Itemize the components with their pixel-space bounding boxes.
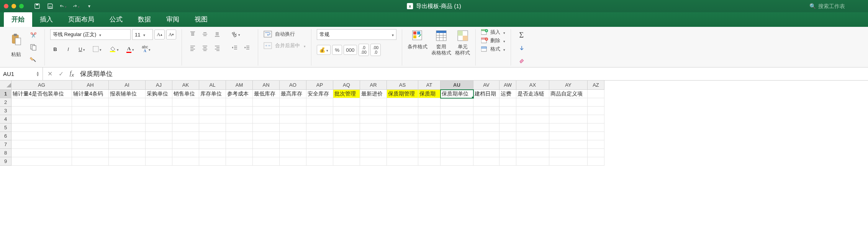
cell-AI1[interactable]: 报表辅单位 [109,90,146,98]
confirm-formula-button[interactable]: ✓ [59,70,64,77]
cell-AH4[interactable] [72,115,109,123]
cell-AO9[interactable] [280,157,306,166]
increase-indent-button[interactable] [242,43,252,53]
cell-AO2[interactable] [280,98,306,107]
cell-AX6[interactable] [516,132,549,140]
cell-AT6[interactable] [418,132,441,140]
cell-AJ3[interactable] [146,107,172,115]
cell-AY7[interactable] [549,140,588,149]
cell-AI4[interactable] [109,115,146,123]
column-header-AL[interactable]: AL [199,81,226,90]
fx-icon[interactable]: fx [70,70,74,78]
cell-AU2[interactable] [441,98,473,107]
cell-AN7[interactable] [253,140,280,149]
cell-AJ2[interactable] [146,98,172,107]
cell-AT7[interactable] [418,140,441,149]
comma-button[interactable]: 000 [344,45,357,55]
cell-AI8[interactable] [109,149,146,157]
row-header-8[interactable]: 8 [0,149,11,157]
cell-AU8[interactable] [441,149,473,157]
cancel-formula-button[interactable]: ✕ [47,70,52,77]
cell-AR7[interactable] [360,140,387,149]
cell-AX8[interactable] [516,149,549,157]
cell-AS2[interactable] [387,98,418,107]
cell-AW7[interactable] [500,140,516,149]
cell-AI9[interactable] [109,157,146,166]
cell-AX3[interactable] [516,107,549,115]
orientation-button[interactable]: ab [229,29,242,39]
cell-AL5[interactable] [199,123,226,132]
cell-AY3[interactable] [549,107,588,115]
cell-AO3[interactable] [280,107,306,115]
cell-AP3[interactable] [306,107,333,115]
cell-AG2[interactable] [11,98,72,107]
cell-AJ4[interactable] [146,115,172,123]
cell-AT4[interactable] [418,115,441,123]
cell-AQ5[interactable] [333,123,360,132]
fill-button[interactable] [516,43,527,53]
cell-AG7[interactable] [11,140,72,149]
increase-decimal-button[interactable]: .0.00 [359,44,369,56]
cell-AJ5[interactable] [146,123,172,132]
cell-AJ6[interactable] [146,132,172,140]
cell-AV4[interactable] [473,115,500,123]
paste-button[interactable] [8,29,24,50]
font-size-select[interactable]: 11 [132,29,153,40]
cell-AK8[interactable] [172,149,199,157]
cell-AO4[interactable] [280,115,306,123]
merge-center-button[interactable]: 合并后居中 [264,42,306,49]
cell-AK7[interactable] [172,140,199,149]
cell-AR1[interactable]: 最新进价 [360,90,387,98]
column-header-AU[interactable]: AU [441,81,473,90]
cell-AH1[interactable]: 辅计量4条码 [72,90,109,98]
align-middle-button[interactable] [200,29,210,39]
cell-AQ7[interactable] [333,140,360,149]
cell-AY5[interactable] [549,123,588,132]
cell-AN5[interactable] [253,123,280,132]
cell-AX2[interactable] [516,98,549,107]
cell-AV3[interactable] [473,107,500,115]
cell-AT8[interactable] [418,149,441,157]
cell-AM2[interactable] [226,98,253,107]
align-top-button[interactable] [187,29,198,39]
cell-AN3[interactable] [253,107,280,115]
cell-AV8[interactable] [473,149,500,157]
cell-AZ4[interactable] [588,115,604,123]
cell-AL1[interactable]: 库存单位 [199,90,226,98]
cell-AR9[interactable] [360,157,387,166]
cell-AT5[interactable] [418,123,441,132]
cell-AQ4[interactable] [333,115,360,123]
cell-AN9[interactable] [253,157,280,166]
align-right-button[interactable] [212,43,223,53]
spreadsheet-grid[interactable]: AGAHAIAJAKALAMANAOAPAQARASATAUAVAWAXAYAZ… [0,81,868,166]
tab-data[interactable]: 数据 [130,12,159,27]
copy-button[interactable] [28,42,39,52]
cell-AM6[interactable] [226,132,253,140]
cell-AW3[interactable] [500,107,516,115]
cell-AZ9[interactable] [588,157,604,166]
formula-bar-value[interactable]: 保质期单位 [80,69,113,78]
cell-AV2[interactable] [473,98,500,107]
cell-AH5[interactable] [72,123,109,132]
cell-AU4[interactable] [441,115,473,123]
row-header-9[interactable]: 9 [0,157,11,166]
column-header-AX[interactable]: AX [516,81,549,90]
cell-AL9[interactable] [199,157,226,166]
format-painter-button[interactable] [28,54,39,64]
cell-AT3[interactable] [418,107,441,115]
column-header-AV[interactable]: AV [473,81,500,90]
row-header-5[interactable]: 5 [0,123,11,132]
cell-AJ8[interactable] [146,149,172,157]
cell-AN2[interactable] [253,98,280,107]
cell-AZ5[interactable] [588,123,604,132]
cell-AU9[interactable] [441,157,473,166]
cell-AH8[interactable] [72,149,109,157]
border-button[interactable] [90,44,104,54]
cell-AS8[interactable] [387,149,418,157]
cell-AP1[interactable]: 安全库存 [306,90,333,98]
cell-AR2[interactable] [360,98,387,107]
cell-AM8[interactable] [226,149,253,157]
cell-AS7[interactable] [387,140,418,149]
cell-AQ9[interactable] [333,157,360,166]
cell-AO7[interactable] [280,140,306,149]
